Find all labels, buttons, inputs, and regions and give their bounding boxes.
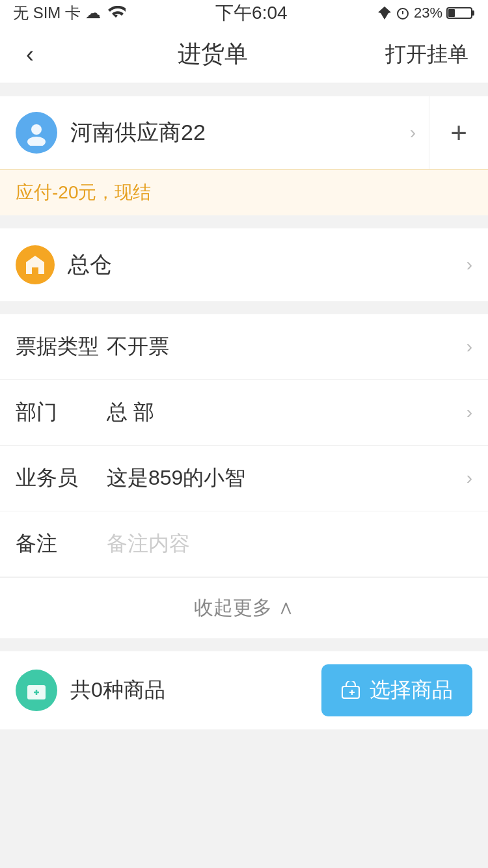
- collapse-button[interactable]: 收起更多 ∧: [0, 577, 488, 638]
- battery-text: 23%: [414, 5, 442, 21]
- status-time: 下午6:04: [215, 1, 288, 25]
- select-product-label: 选择商品: [370, 676, 453, 705]
- select-product-button[interactable]: 选择商品: [321, 664, 472, 716]
- salesperson-label: 业务员: [16, 464, 107, 493]
- supplier-chevron-icon: ›: [410, 122, 416, 143]
- invoice-type-value: 不开票: [107, 332, 460, 361]
- gap1: [0, 83, 488, 96]
- warehouse-name: 总仓: [68, 250, 460, 280]
- collapse-label: 收起更多 ∧: [194, 595, 293, 621]
- remark-row[interactable]: 备注 备注内容: [0, 511, 488, 576]
- svg-rect-3: [472, 10, 474, 16]
- invoice-type-label: 票据类型: [16, 332, 107, 361]
- location-icon: [377, 6, 392, 20]
- product-count-label: 共0种商品: [70, 676, 321, 705]
- notice-text: 应付-20元，现结: [16, 182, 151, 202]
- notice-bar: 应付-20元，现结: [0, 169, 488, 215]
- remark-input[interactable]: 备注内容: [107, 530, 472, 558]
- invoice-type-row[interactable]: 票据类型 不开票 ›: [0, 314, 488, 380]
- product-icon: [16, 670, 57, 711]
- alarm-icon: [396, 6, 410, 20]
- form-section: 票据类型 不开票 › 部门 总 部 › 业务员 这是859的小智 › 备注 备注…: [0, 314, 488, 576]
- salesperson-row[interactable]: 业务员 这是859的小智 ›: [0, 446, 488, 511]
- signal-text: 无 SIM 卡 ☁: [13, 3, 101, 23]
- svg-point-6: [27, 137, 46, 146]
- svg-rect-4: [448, 9, 455, 17]
- department-row[interactable]: 部门 总 部 ›: [0, 380, 488, 446]
- department-chevron-icon: ›: [467, 402, 472, 423]
- supplier-name: 河南供应商22: [70, 118, 403, 148]
- back-button[interactable]: ‹: [20, 34, 40, 75]
- warehouse-chevron-icon: ›: [467, 254, 472, 275]
- supplier-selector[interactable]: 河南供应商22 ›: [0, 96, 429, 169]
- warehouse-icon: [16, 245, 55, 284]
- cart-icon: [341, 681, 363, 699]
- salesperson-value: 这是859的小智: [107, 464, 460, 493]
- status-right: 23%: [377, 5, 475, 21]
- wifi-icon: [106, 6, 126, 20]
- status-left: 无 SIM 卡 ☁: [13, 3, 126, 23]
- salesperson-chevron-icon: ›: [467, 468, 472, 489]
- battery-icon: [446, 6, 475, 20]
- open-pending-button[interactable]: 打开挂单: [385, 40, 468, 69]
- svg-point-5: [31, 124, 42, 135]
- invoice-type-chevron-icon: ›: [467, 336, 472, 357]
- department-value: 总 部: [107, 398, 460, 427]
- page-background: [0, 729, 488, 868]
- status-bar: 无 SIM 卡 ☁ 下午6:04 23%: [0, 0, 488, 26]
- department-label: 部门: [16, 398, 107, 427]
- remark-label: 备注: [16, 530, 107, 558]
- svg-rect-7: [32, 267, 38, 274]
- add-supplier-button[interactable]: +: [429, 96, 488, 169]
- page-title: 进货单: [178, 38, 248, 70]
- supplier-section: 河南供应商22 › +: [0, 96, 488, 169]
- warehouse-selector[interactable]: 总仓 ›: [0, 228, 488, 301]
- product-bar: 共0种商品 选择商品: [0, 651, 488, 729]
- supplier-avatar: [16, 112, 57, 154]
- nav-bar: ‹ 进货单 打开挂单: [0, 26, 488, 83]
